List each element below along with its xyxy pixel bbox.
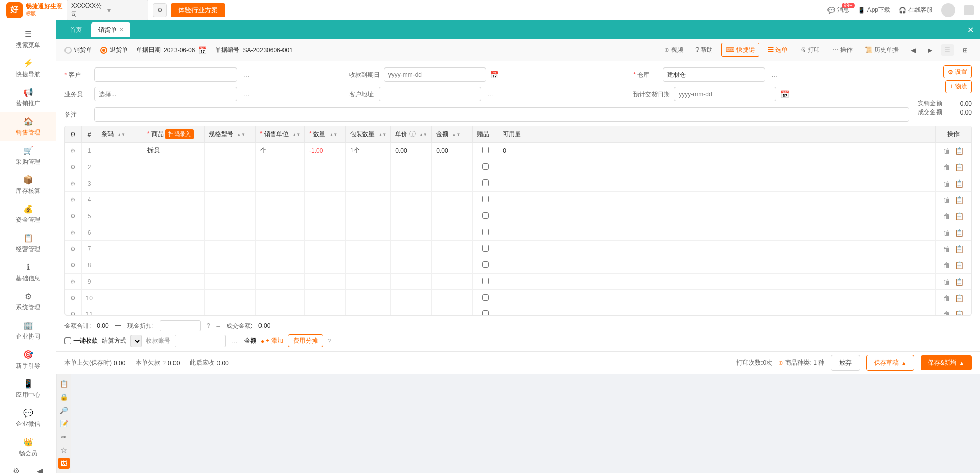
row-barcode[interactable] bbox=[97, 159, 143, 175]
row-amount[interactable] bbox=[432, 306, 473, 316]
row-unit[interactable] bbox=[255, 208, 304, 224]
add-payment-btn[interactable]: ● + 添加 bbox=[260, 336, 284, 345]
delete-row-icon[interactable]: 🗑 bbox=[943, 261, 950, 269]
cash-discount-input[interactable] bbox=[160, 320, 201, 331]
row-unit-price[interactable] bbox=[391, 175, 432, 192]
operation-btn[interactable]: ⋯ 操作 bbox=[828, 43, 856, 56]
prev-btn[interactable]: ◀ bbox=[907, 44, 920, 56]
sidebar-item-inventory[interactable]: 📦 库存核算 bbox=[0, 170, 56, 199]
row-qty[interactable] bbox=[305, 306, 346, 316]
row-amount[interactable]: 0.00 bbox=[432, 143, 473, 159]
row-gift[interactable] bbox=[473, 224, 498, 241]
row-amount[interactable] bbox=[432, 241, 473, 257]
row-gift[interactable] bbox=[473, 290, 498, 306]
warehouse-dots[interactable]: … bbox=[769, 71, 779, 78]
row-unit-price[interactable] bbox=[391, 290, 432, 306]
row-settings[interactable]: ⚙ bbox=[65, 208, 81, 224]
save-draft-btn[interactable]: 保存草稿 ▲ bbox=[866, 355, 914, 371]
row-unit[interactable]: 个 bbox=[255, 143, 304, 159]
row-unit-price[interactable] bbox=[391, 192, 432, 208]
sidebar-item-sales[interactable]: 🏠 销售管理 bbox=[0, 112, 56, 141]
row-product[interactable] bbox=[143, 290, 204, 306]
row-amount[interactable] bbox=[432, 224, 473, 241]
sort-unit[interactable]: ▲▼ bbox=[292, 133, 300, 137]
copy-row-icon[interactable]: 📋 bbox=[955, 212, 964, 220]
flow-btn[interactable]: + 物流 bbox=[945, 80, 972, 93]
receipt-date-input[interactable] bbox=[384, 67, 486, 82]
row-barcode[interactable] bbox=[97, 290, 143, 306]
row-pack-qty[interactable] bbox=[346, 274, 391, 290]
tab-close-icon[interactable]: × bbox=[120, 26, 123, 33]
row-gift[interactable] bbox=[473, 143, 498, 159]
row-unit-price[interactable] bbox=[391, 274, 432, 290]
help-btn[interactable]: ? 帮助 bbox=[691, 43, 717, 56]
experience-btn[interactable]: 体验行业方案 bbox=[171, 3, 225, 17]
row-unit[interactable] bbox=[255, 175, 304, 192]
rp-btn-2[interactable]: 🔒 bbox=[58, 391, 70, 402]
shortcut-btn[interactable]: ⌨ 快捷键 bbox=[721, 43, 759, 57]
delete-row-icon[interactable]: 🗑 bbox=[943, 310, 950, 316]
row-spec[interactable] bbox=[204, 224, 255, 241]
row-qty[interactable] bbox=[305, 208, 346, 224]
row-pack-qty[interactable] bbox=[346, 159, 391, 175]
row-unit-price[interactable] bbox=[391, 257, 432, 274]
pay-method-select[interactable] bbox=[130, 335, 142, 347]
row-barcode[interactable] bbox=[97, 274, 143, 290]
row-spec[interactable] bbox=[204, 192, 255, 208]
row-pack-qty[interactable] bbox=[346, 192, 391, 208]
row-barcode[interactable] bbox=[97, 306, 143, 316]
sort-spec[interactable]: ▲▼ bbox=[237, 133, 245, 137]
delete-row-icon[interactable]: 🗑 bbox=[943, 278, 950, 286]
question-icon[interactable]: ? bbox=[207, 322, 210, 329]
company-selector[interactable]: XXXXXX公司 ▾ bbox=[67, 0, 148, 21]
rp-btn-7[interactable]: 🖼 bbox=[58, 458, 70, 469]
sort-pack-qty[interactable]: ▲▼ bbox=[378, 133, 386, 137]
next-btn[interactable]: ▶ bbox=[924, 44, 937, 56]
sidebar-item-operations[interactable]: 📋 经营管理 bbox=[0, 229, 56, 258]
row-product[interactable] bbox=[143, 306, 204, 316]
rp-btn-1[interactable]: 📋 bbox=[58, 378, 70, 389]
row-gift[interactable] bbox=[473, 306, 498, 316]
settings-form-btn[interactable]: ⚙ 设置 bbox=[943, 65, 972, 78]
radio-return-order[interactable]: 退货单 bbox=[100, 46, 128, 54]
customer-dots[interactable]: … bbox=[242, 71, 252, 78]
copy-row-icon[interactable]: 📋 bbox=[955, 179, 964, 188]
row-qty[interactable] bbox=[305, 241, 346, 257]
row-gift[interactable] bbox=[473, 159, 498, 175]
row-gift[interactable] bbox=[473, 192, 498, 208]
copy-row-icon[interactable]: 📋 bbox=[955, 147, 964, 155]
close-window-icon[interactable]: ✕ bbox=[967, 25, 974, 35]
row-qty[interactable] bbox=[305, 175, 346, 192]
row-spec[interactable] bbox=[204, 175, 255, 192]
row-pack-qty[interactable] bbox=[346, 175, 391, 192]
grid-view-btn[interactable]: ⊞ bbox=[959, 44, 972, 56]
row-product[interactable] bbox=[143, 159, 204, 175]
sidebar-item-guide[interactable]: 🎯 新手引导 bbox=[0, 345, 56, 374]
save-new-btn[interactable]: 保存&新增 ▲ bbox=[921, 355, 972, 370]
row-amount[interactable] bbox=[432, 257, 473, 274]
copy-row-icon[interactable]: 📋 bbox=[955, 163, 964, 171]
row-pack-qty[interactable] bbox=[346, 257, 391, 274]
app-download-button[interactable]: 📱 App下载 bbox=[858, 6, 890, 14]
salesperson-dots[interactable]: … bbox=[242, 91, 252, 98]
row-settings[interactable]: ⚙ bbox=[65, 306, 81, 316]
sidebar-item-app-center[interactable]: 📱 应用中心 bbox=[0, 374, 56, 403]
copy-row-icon[interactable]: 📋 bbox=[955, 261, 964, 269]
row-barcode[interactable] bbox=[97, 192, 143, 208]
sidebar-item-search[interactable]: ☰ 搜索菜单 bbox=[0, 25, 56, 54]
expected-delivery-calendar-icon[interactable]: 📅 bbox=[780, 90, 789, 98]
settings-button[interactable]: ⚙ bbox=[153, 3, 167, 17]
rp-btn-3[interactable]: 🔎 bbox=[58, 404, 70, 416]
row-spec[interactable] bbox=[204, 290, 255, 306]
row-pack-qty[interactable]: 1个 bbox=[346, 143, 391, 159]
row-unit-price[interactable] bbox=[391, 224, 432, 241]
row-settings[interactable]: ⚙ bbox=[65, 143, 81, 159]
row-amount[interactable] bbox=[432, 192, 473, 208]
row-product[interactable] bbox=[143, 241, 204, 257]
row-product[interactable] bbox=[143, 224, 204, 241]
row-unit[interactable] bbox=[255, 241, 304, 257]
delete-row-icon[interactable]: 🗑 bbox=[943, 163, 950, 171]
cumulative-question[interactable]: ? bbox=[162, 359, 166, 367]
row-qty[interactable]: -1.00 bbox=[305, 143, 346, 159]
account-input[interactable] bbox=[175, 335, 226, 347]
